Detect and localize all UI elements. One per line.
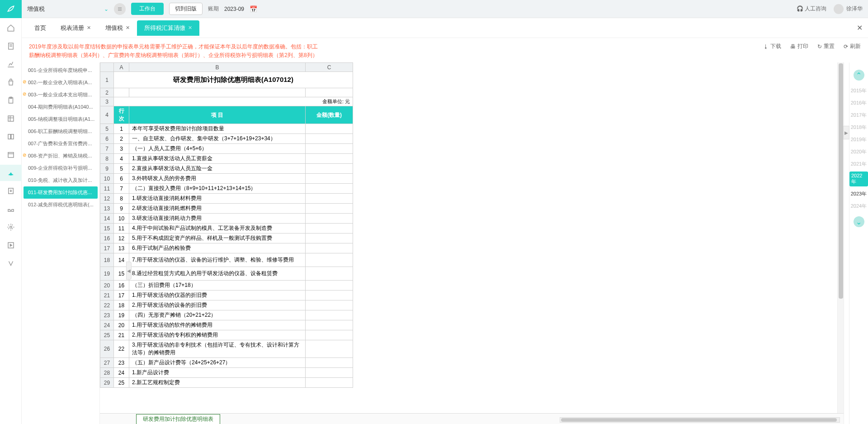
table-row[interactable]: 16125.用于不构成固定资产的样品、样机及一般测试手段购置费 xyxy=(100,233,353,243)
nav-v-icon[interactable] xyxy=(0,255,22,272)
left-nav-sidebar xyxy=(0,0,22,424)
table-row[interactable]: 2723（五）新产品设计费等（24+25+26+27） xyxy=(100,358,353,368)
table-row[interactable]: 21171.用于研发活动的仪器的折旧费 xyxy=(100,291,353,300)
form-list-item[interactable]: 001-企业所得税年度纳税申... xyxy=(22,64,99,76)
nav-inbox-icon[interactable] xyxy=(0,201,22,217)
avatar xyxy=(834,4,844,14)
year-item[interactable]: 2024年 xyxy=(851,201,867,211)
year-item[interactable]: 2020年 xyxy=(851,147,867,157)
nav-export-icon[interactable] xyxy=(0,183,22,199)
table-row[interactable]: 73（一）人员人工费用（4+5+6） xyxy=(100,144,353,154)
support-link[interactable]: 🎧 人工咨询 xyxy=(797,5,826,13)
tab-close-icon[interactable]: ✕ xyxy=(87,25,91,31)
form-list-item[interactable]: 006-职工薪酬纳税调整明细... xyxy=(22,125,99,138)
reset-button[interactable]: ↻ 重置 xyxy=(817,43,835,50)
nav-clipboard-icon[interactable] xyxy=(0,92,22,109)
expand-handle[interactable]: ▶ xyxy=(843,126,849,139)
svg-point-13 xyxy=(9,226,12,229)
year-item[interactable]: 2021年 xyxy=(851,159,867,169)
year-item[interactable]: 2019年 xyxy=(851,135,867,144)
period-value[interactable]: 2023-09 xyxy=(224,6,244,12)
form-list-item[interactable]: 003-一般企业成本支出明细... xyxy=(22,89,99,101)
circle-menu-button[interactable] xyxy=(114,3,126,15)
sheet-bottom-bar: 研发费用加计扣除优惠明细表 xyxy=(100,413,844,424)
year-item[interactable]: 2022年 xyxy=(849,172,868,186)
nav-bag-icon[interactable] xyxy=(0,74,22,91)
table-row[interactable]: 25212.用于研发活动的专利权的摊销费用 xyxy=(100,330,353,340)
year-scroll-up[interactable]: ⌃ xyxy=(854,70,864,81)
nav-settings-icon[interactable] xyxy=(0,219,22,235)
table-row[interactable]: 117（二）直接投入费用（8+9+10+11+12+13+14+15） xyxy=(100,184,353,194)
table-row[interactable]: 28241.新产品设计费 xyxy=(100,368,353,378)
spreadsheet-area: ABC1研发费用加计扣除优惠明细表(A107012)23金额单位: 元4行次项 … xyxy=(99,62,844,424)
form-list-item[interactable]: 010-免税、减计收入及加计... xyxy=(22,174,99,186)
table-row[interactable]: 1281.研发活动直接消耗材料费用 xyxy=(100,194,353,204)
table-row[interactable]: 18147.用于研发活动的仪器、设备的运行维护、调整、检验、维修等费用 xyxy=(100,253,353,267)
table-row[interactable]: 2319（四）无形资产摊销（20+21+22） xyxy=(100,310,353,320)
tab-close-icon[interactable]: ✕ xyxy=(126,25,130,31)
workbench-button[interactable]: 工作台 xyxy=(131,3,164,15)
tab-close-icon[interactable]: ✕ xyxy=(188,25,192,31)
close-all-tabs-icon[interactable]: ✕ xyxy=(857,24,863,32)
table-row[interactable]: 841.直接从事研发活动人员工资薪金 xyxy=(100,154,353,164)
table-row[interactable]: 17136.用于试制产品的检验费 xyxy=(100,243,353,253)
form-list-item[interactable]: 002-一般企业收入明细表(A... xyxy=(22,76,99,89)
year-item[interactable]: 2015年 xyxy=(851,86,867,95)
print-button[interactable]: 🖶 打印 xyxy=(790,43,808,50)
year-item[interactable]: 2023年 xyxy=(851,189,867,199)
form-list-item[interactable]: 011-研发费用加计扣除优惠... xyxy=(24,186,98,199)
tab-1[interactable]: 税表清册✕ xyxy=(53,20,98,36)
period-label: 账期 xyxy=(208,5,219,13)
nav-home-icon[interactable] xyxy=(0,20,22,36)
logo xyxy=(0,0,22,18)
nav-layout-icon[interactable] xyxy=(0,129,22,145)
table-row[interactable]: 26223.用于研发活动的非专利技术（包括许可证、专有技术、设计和计算方法等）的… xyxy=(100,340,353,358)
switch-old-button[interactable]: 切到旧版 xyxy=(169,3,203,15)
nav-calendar-icon[interactable] xyxy=(0,147,22,163)
form-list-item[interactable]: 004-期间费用明细表(A1040... xyxy=(22,101,99,113)
form-list-item[interactable]: 009-企业所得税弥补亏损明... xyxy=(22,162,99,174)
table-row[interactable]: 15114.用于中间试验和产品试制的模具、工艺装备开发及制造费 xyxy=(100,224,353,233)
form-list-item[interactable]: 005-纳税调整项目明细表(A1... xyxy=(22,113,99,125)
module-dropdown[interactable]: 增值税 ⌄ xyxy=(27,5,108,13)
sheet-tab[interactable]: 研发费用加计扣除优惠明细表 xyxy=(136,414,220,424)
tab-2[interactable]: 增值税✕ xyxy=(98,20,137,36)
calendar-icon[interactable]: 📅 xyxy=(250,5,257,13)
spreadsheet[interactable]: ABC1研发费用加计扣除优惠明细表(A107012)23金额单位: 元4行次项 … xyxy=(100,62,353,388)
nav-tax-icon[interactable] xyxy=(0,165,22,181)
form-list-item[interactable]: 008-资产折旧、摊销及纳税... xyxy=(22,150,99,162)
table-row[interactable]: 22182.用于研发活动的设备的折旧费 xyxy=(100,300,353,310)
nav-chart-icon[interactable] xyxy=(0,56,22,72)
vertical-scrollbar[interactable] xyxy=(837,62,844,413)
tab-0[interactable]: 首页 xyxy=(27,20,53,36)
table-row[interactable]: 24201.用于研发活动的软件的摊销费用 xyxy=(100,320,353,330)
table-row[interactable]: 19158.通过经营租赁方式租入的用于研发活动的仪器、设备租赁费 xyxy=(100,267,353,281)
svg-rect-8 xyxy=(8,134,10,139)
year-scroll-down[interactable]: ⌄ xyxy=(854,216,864,227)
nav-table-icon[interactable] xyxy=(0,110,22,127)
year-item[interactable]: 2017年 xyxy=(851,110,867,120)
year-item[interactable]: 2018年 xyxy=(851,123,867,132)
collapse-sidebar-handle[interactable]: ◀ xyxy=(126,262,132,280)
form-list: 001-企业所得税年度纳税申...002-一般企业收入明细表(A...003-一… xyxy=(22,62,99,424)
table-row[interactable]: 952.直接从事研发活动人员五险一金 xyxy=(100,164,353,174)
table-row[interactable]: 2016（三）折旧费用（17+18） xyxy=(100,281,353,291)
table-row[interactable]: 1063.外聘研发人员的劳务费用 xyxy=(100,174,353,184)
table-row[interactable]: 1392.研发活动直接消耗燃料费用 xyxy=(100,204,353,214)
svg-rect-10 xyxy=(8,152,14,157)
horizontal-scrollbar[interactable] xyxy=(560,417,840,423)
table-row[interactable]: 62一、自主研发、合作研发、集中研发（3+7+16+19+23+34） xyxy=(100,134,353,144)
form-list-item[interactable]: 012-减免所得税优惠明细表(... xyxy=(22,199,99,211)
user-menu[interactable]: 徐泽华 xyxy=(834,4,863,14)
table-row[interactable]: 51本年可享受研发费用加计扣除项目数量 xyxy=(100,124,353,134)
notice-text: 2019年度涉及取以前年度结转数据的申报表单元格需要手工维护正确，才能保证本年及… xyxy=(29,43,318,60)
refresh-button[interactable]: ⟳ 刷新 xyxy=(844,43,861,50)
tab-3[interactable]: 所得税汇算清缴✕ xyxy=(137,20,199,36)
nav-play-icon[interactable] xyxy=(0,237,22,253)
download-button[interactable]: ⭳ 下载 xyxy=(763,43,781,50)
form-list-item[interactable]: 007-广告费和业务宣传费跨... xyxy=(22,138,99,150)
nav-doc-icon[interactable] xyxy=(0,38,22,54)
year-item[interactable]: 2016年 xyxy=(851,98,867,108)
table-row[interactable]: 14103.研发活动直接消耗动力费用 xyxy=(100,214,353,224)
table-row[interactable]: 29252.新工艺规程制定费 xyxy=(100,378,353,388)
